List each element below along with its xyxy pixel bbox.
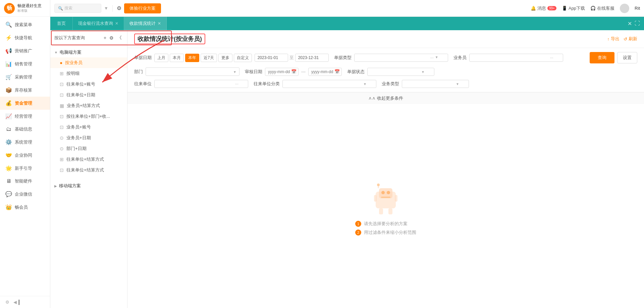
- mobile-schemes-root[interactable]: ▶ 移动端方案: [50, 181, 127, 191]
- system-icon: ⚙️: [5, 139, 12, 145]
- audit-date-range: 📅 — 📅: [265, 68, 342, 76]
- scheme-by-salesperson[interactable]: ● 按业务员: [50, 57, 127, 68]
- date-range: 至: [255, 54, 329, 62]
- header-search[interactable]: 🔍 搜索: [54, 4, 101, 13]
- step-1-text: 请先选择要分析的方案: [364, 221, 408, 227]
- collapse-left-panel-icon[interactable]: 《: [116, 34, 123, 42]
- scheme-counterpart-date[interactable]: ⊡ 往来单位+日期: [50, 90, 127, 100]
- scheme-label: 往来单位+账号: [66, 81, 95, 87]
- tab-bank-flow[interactable]: 现金银行流水查询 ✕: [73, 17, 124, 30]
- sidebar-item-finance[interactable]: 💰 资金管理: [0, 97, 50, 110]
- settings-button[interactable]: 设置: [617, 52, 637, 63]
- bank-flow-tab-label: 现金银行流水查询: [78, 20, 113, 27]
- scheme-settings-icon[interactable]: ⚙: [109, 35, 114, 41]
- sidebar-item-search[interactable]: 🔍 搜索菜单: [0, 18, 50, 31]
- scheme-counterpart-dept[interactable]: ⊡ 按往来单位+部门+收...: [50, 111, 127, 122]
- sidebar-item-sales[interactable]: 📊 销售管理: [0, 57, 50, 70]
- sidebar-item-inventory[interactable]: 📦 库存核算: [0, 84, 50, 97]
- sidebar-item-guide[interactable]: 🌟 新手引导: [0, 162, 50, 175]
- scheme-label: 往来单位+日期: [66, 92, 95, 98]
- filter-item-business-type: 业务类型 ▼: [382, 80, 469, 88]
- sidebar-item-purchase[interactable]: 🛒 采购管理: [0, 70, 50, 84]
- wechat-icon: 💬: [5, 191, 12, 197]
- docstatus-select[interactable]: ▼: [367, 68, 434, 76]
- date-from-input[interactable]: [255, 54, 288, 62]
- business-type-select[interactable]: ▼: [402, 80, 469, 88]
- bank-flow-tab-close[interactable]: ✕: [115, 21, 118, 26]
- date-btn-custom[interactable]: 自定义: [234, 54, 252, 62]
- trial-button[interactable]: 体验行业方案: [124, 3, 161, 13]
- messages-action[interactable]: 🔔 消息 99+: [531, 5, 556, 11]
- doctype-filter-label: 单据类型: [334, 55, 352, 61]
- collection-stats-tab-label: 收款情况统计: [129, 20, 156, 27]
- sidebar-item-system[interactable]: ⚙️ 系统管理: [0, 136, 50, 149]
- scheme-by-detail[interactable]: ⊞ 按明细: [50, 68, 127, 79]
- step-2-text: 用过滤条件来缩小分析范围: [364, 229, 416, 236]
- scheme-salesperson-date[interactable]: ⊙ 业务员+日期: [50, 133, 127, 143]
- step-2-number: 2: [355, 229, 361, 236]
- scheme-salesperson-settlement[interactable]: ▦ 业务员+结算方式: [50, 100, 127, 111]
- date-btn-thisyear[interactable]: 本年: [185, 54, 199, 62]
- online-service-action[interactable]: 🎧 在线客服: [590, 5, 614, 11]
- sidebar-item-operations[interactable]: 📈 经营管理: [0, 110, 50, 123]
- scheme-label: 业务员+日期: [66, 135, 91, 141]
- scheme-counterpart-settlement1[interactable]: ⊞ 往来单位+结算方式: [50, 154, 127, 165]
- tab-home[interactable]: 首页: [50, 17, 73, 30]
- collapse-bar[interactable]: ∧∧ 收起更多条件: [127, 92, 644, 104]
- sidebar-item-quicknav[interactable]: ⚡ 快捷导航: [0, 31, 50, 44]
- date-btn-thismonth[interactable]: 本月: [170, 54, 184, 62]
- date-btn-lastmonth[interactable]: 上月: [154, 54, 168, 62]
- left-panel-header-actions: ＋ ⚙ 《: [103, 34, 123, 42]
- finance-icon: 💰: [5, 100, 12, 106]
- counterpart-settlement1-icon: ⊞: [60, 157, 64, 162]
- app-download-action[interactable]: 📱 App下载: [562, 5, 585, 11]
- search-icon: 🔍: [58, 6, 63, 11]
- export-button[interactable]: ↑ 导出: [607, 36, 620, 42]
- app-download-label: App下载: [569, 5, 585, 11]
- sidebar-item-enterprise[interactable]: 🤝 企业协同: [0, 149, 50, 162]
- settings-footer-icon[interactable]: ⚙: [5, 300, 9, 305]
- date-btn-last7days[interactable]: 近7天: [201, 54, 217, 62]
- sidebar-item-basicinfo[interactable]: 🗂 基础信息: [0, 123, 50, 136]
- settings-icon[interactable]: ⚙: [117, 5, 121, 11]
- salesperson-select[interactable]: ···: [469, 54, 563, 62]
- sidebar-item-member[interactable]: 👑 畅会员: [0, 201, 50, 214]
- collapse-sidebar-icon[interactable]: ◀▐: [13, 300, 20, 305]
- collection-stats-tab-close[interactable]: ✕: [158, 21, 161, 26]
- headset-icon: 🎧: [590, 6, 596, 11]
- sidebar-item-label: 销售管理: [15, 61, 32, 67]
- filter-item-counterpart-category: 往来单位分类 ▼: [254, 80, 376, 88]
- desktop-schemes-root[interactable]: ▼ 电脑端方案: [50, 47, 127, 57]
- scheme-salesperson-account[interactable]: ⊡ 业务员+账号: [50, 122, 127, 133]
- dropdown-icon[interactable]: ▼: [104, 6, 108, 11]
- logo-icon: 畅: [4, 3, 15, 14]
- refresh-button[interactable]: ↺ 刷新: [624, 36, 637, 42]
- counterpart-category-select[interactable]: ▼: [282, 80, 376, 88]
- scheme-counterpart-settlement2[interactable]: ⊡ 往来单位+结算方式: [50, 165, 127, 175]
- date-to-input[interactable]: [295, 54, 329, 62]
- tab-bar-close-icon[interactable]: ✕: [628, 20, 632, 27]
- sidebar-item-hardware[interactable]: 🖥 智能硬件: [0, 175, 50, 188]
- dept-select[interactable]: ▼: [146, 67, 239, 76]
- empty-state: 1 请先选择要分析的方案 2 用过滤条件来缩小分析范围: [127, 104, 644, 308]
- tab-bar-maximize-icon[interactable]: ⛶: [635, 20, 640, 27]
- counterpart-dept-icon: ⊡: [60, 114, 64, 119]
- search-menu-icon: 🔍: [5, 21, 12, 28]
- scheme-dept-date[interactable]: ⊙ 部门+日期: [50, 143, 127, 154]
- scheme-counterpart-account[interactable]: ⊡ 往来单位+账号: [50, 79, 127, 90]
- query-button[interactable]: 查询: [590, 52, 614, 63]
- counterpart-select[interactable]: ···: [154, 80, 248, 88]
- sidebar-item-marketing[interactable]: 📢 营销推广: [0, 44, 50, 57]
- left-panel-title: 按以下方案查询: [54, 35, 85, 41]
- sidebar-item-wechat[interactable]: 💬 企业微信: [0, 188, 50, 201]
- doctype-more-icon: ···: [430, 55, 434, 60]
- tab-collection-stats[interactable]: 收款情况统计 ✕: [124, 17, 167, 30]
- add-scheme-button[interactable]: ＋: [103, 35, 107, 41]
- scheme-label: 按往来单位+部门+收...: [66, 113, 110, 119]
- avatar[interactable]: [620, 4, 629, 13]
- left-panel-header: 按以下方案查询 ＋ ⚙ 《: [50, 30, 127, 45]
- right-content: 收款情况统计(按业务员) ↑ 导出 ↺ 刷新 单据日期 上月: [127, 30, 644, 308]
- salesperson-account-icon: ⊡: [60, 124, 64, 130]
- date-btn-more[interactable]: 更多: [218, 54, 232, 62]
- doctype-select[interactable]: ··· ▼: [354, 54, 448, 62]
